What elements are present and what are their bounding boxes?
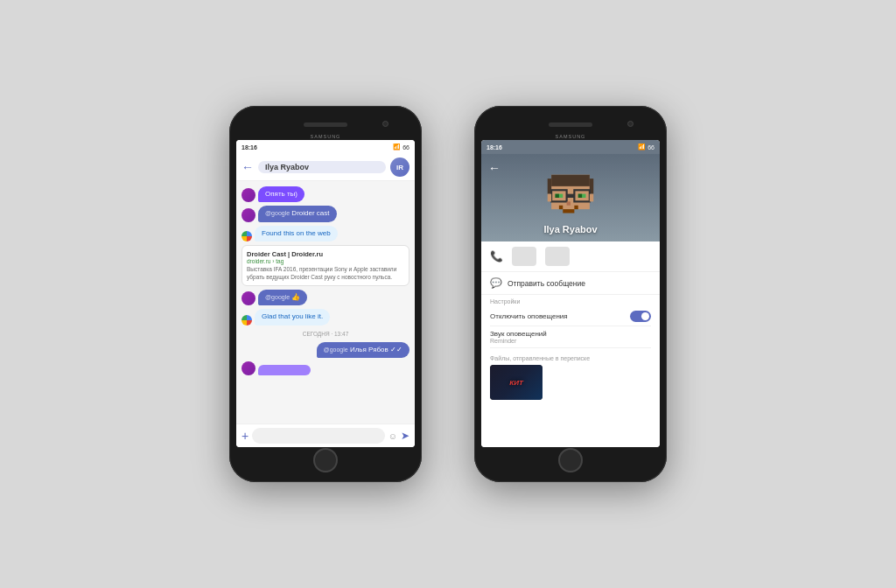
profile-name: Ilya Ryabov <box>481 224 660 234</box>
svg-rect-13 <box>574 206 578 209</box>
message-row-4: @google 👍 <box>242 290 410 305</box>
timestamp: СЕГОДНЯ · 13:47 <box>242 331 410 337</box>
action-icon-1 <box>512 247 536 266</box>
phones-container: SAMSUNG 18:16 📶 66 ← Ilya Ryabov IR <box>229 106 667 482</box>
sound-label: Звук оповещений <box>490 330 547 338</box>
file-thumbnail[interactable]: КИТ <box>490 365 542 400</box>
phone-2: SAMSUNG 18:16 📶 66 ← <box>474 106 667 482</box>
phone-1-brand: SAMSUNG <box>236 134 415 139</box>
profile-actions: 📞 <box>481 242 660 272</box>
send-row: + ☺ ➤ <box>236 424 415 447</box>
phone-2-top <box>481 115 660 134</box>
status-icons-1: 📶 66 <box>393 144 410 150</box>
bubble-1: Опять ты) <box>258 186 304 202</box>
sound-row[interactable]: Звук оповещений Reminder <box>490 326 651 348</box>
bubble-7 <box>258 365 311 375</box>
message-input[interactable] <box>252 428 385 444</box>
battery-icon-2: 66 <box>648 144 654 150</box>
message-row-5: Glad that you like it. <box>242 309 410 325</box>
status-time-1: 18:16 <box>242 144 257 150</box>
signal-icon-2: 📶 <box>638 144 646 150</box>
contact-name: Ilya Ryabov <box>258 161 386 173</box>
message-row-3: Found this on the web <box>242 226 410 242</box>
web-card-desc: Выставка IFA 2016, презентации Sony и Ap… <box>247 266 404 281</box>
svg-rect-16 <box>590 194 593 202</box>
bubble-4: @google 👍 <box>258 290 307 305</box>
send-message-icon: 💬 <box>490 277 502 289</box>
google-assistant-icon <box>242 231 252 242</box>
sound-value: Reminder <box>490 338 547 344</box>
phone-2-screen: 18:16 📶 66 ← <box>481 140 660 447</box>
mute-label: Отключить оповещения <box>490 312 568 320</box>
svg-rect-12 <box>559 206 563 209</box>
message-row-2: @google Droider cast <box>242 206 410 221</box>
files-section: Файлы, отправленные в переписке КИТ <box>481 352 660 403</box>
svg-rect-14 <box>563 209 574 213</box>
send-message-row[interactable]: 💬 Отправить сообщение <box>481 272 660 295</box>
action-icon-2 <box>545 247 570 266</box>
svg-rect-6 <box>567 194 575 198</box>
profile-header: ← <box>481 154 660 242</box>
web-card-url: droider.ru › tag <box>247 258 404 264</box>
phone-2-bottom <box>481 447 660 473</box>
bubble-2: @google Droider cast <box>258 206 337 221</box>
camera-icon-2 <box>627 121 634 127</box>
svg-rect-15 <box>548 194 551 202</box>
sender-avatar-7 <box>242 361 256 375</box>
svg-rect-11 <box>567 201 570 205</box>
phone-1-top <box>236 115 415 134</box>
settings-section: Настройки Отключить оповещения Звук опов… <box>481 295 660 352</box>
svg-rect-9 <box>556 194 559 198</box>
home-button-1[interactable] <box>313 448 338 472</box>
phone-1: SAMSUNG 18:16 📶 66 ← Ilya Ryabov IR <box>229 106 422 482</box>
phone-1-bottom <box>236 447 415 473</box>
battery-icon: 66 <box>402 144 410 150</box>
sender-avatar-2 <box>242 208 256 222</box>
settings-section-label: Настройки <box>490 298 651 304</box>
messages-area: Опять ты) @google Droider cast Found thi… <box>236 181 415 424</box>
phone-2-brand: SAMSUNG <box>481 134 660 139</box>
bubble-6: @google Илья Рябов ✓✓ <box>317 342 410 358</box>
bubble-3: Found this on the web <box>255 226 338 242</box>
message-row-6: @google Илья Рябов ✓✓ <box>242 342 410 358</box>
status-bar-1: 18:16 📶 66 <box>236 140 415 154</box>
sound-text: Звук оповещений Reminder <box>490 330 547 344</box>
back-button[interactable]: ← <box>242 160 254 174</box>
svg-rect-10 <box>578 194 582 198</box>
profile-avatar <box>540 167 601 228</box>
send-message-label: Отправить сообщение <box>508 279 585 288</box>
emoji-button[interactable]: ☺ <box>388 431 397 441</box>
svg-rect-1 <box>551 175 590 186</box>
files-label: Файлы, отправленные в переписке <box>490 355 651 361</box>
web-card[interactable]: Droider Cast | Droider.ru droider.ru › t… <box>242 245 410 286</box>
message-row-7 <box>242 361 410 375</box>
messenger-header: ← Ilya Ryabov IR <box>236 154 415 181</box>
speaker <box>304 122 347 127</box>
send-button[interactable]: ➤ <box>401 430 410 442</box>
sender-avatar-1 <box>242 188 256 202</box>
camera-icon <box>382 121 388 127</box>
mute-toggle[interactable] <box>630 311 651 322</box>
message-row-1: Опять ты) <box>242 186 410 202</box>
profile-content: 📞 💬 Отправить сообщение Настройки Отключ… <box>481 242 660 447</box>
phone-call-icon[interactable]: 📞 <box>490 250 503 262</box>
mute-row[interactable]: Отключить оповещения <box>490 307 651 326</box>
bubble-5: Glad that you like it. <box>255 309 330 325</box>
web-card-title: Droider Cast | Droider.ru <box>247 250 404 258</box>
file-thumb-text: КИТ <box>509 379 523 387</box>
sender-avatar-4 <box>242 291 256 305</box>
home-button-2[interactable] <box>558 448 583 472</box>
signal-icon: 📶 <box>393 144 401 150</box>
add-attachment-button[interactable]: + <box>242 429 248 443</box>
speaker-2 <box>549 122 592 127</box>
status-bar-2: 18:16 📶 66 <box>481 140 660 154</box>
google-assistant-icon-2 <box>242 315 252 326</box>
contact-avatar: IR <box>390 158 410 177</box>
status-time-2: 18:16 <box>486 144 502 150</box>
phone-1-screen: 18:16 📶 66 ← Ilya Ryabov IR Опять ты) <box>236 140 415 447</box>
status-icons-2: 📶 66 <box>638 144 654 150</box>
profile-back-button[interactable]: ← <box>481 154 508 175</box>
